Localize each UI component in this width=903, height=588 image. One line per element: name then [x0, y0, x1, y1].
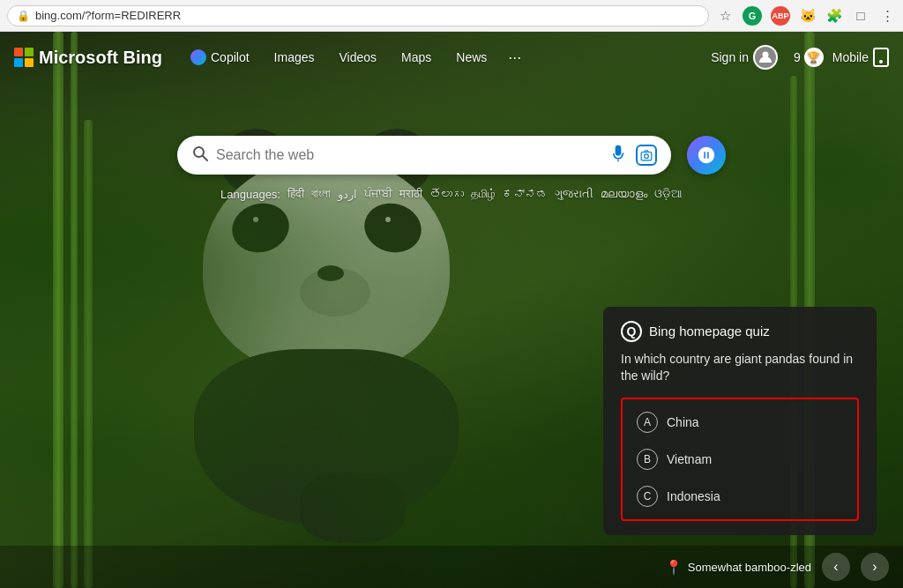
nav-maps[interactable]: Maps: [391, 45, 442, 70]
logo-cell-blue: [14, 58, 23, 67]
logo-cell-red: [14, 48, 23, 56]
quiz-option-c[interactable]: C Indonesia: [630, 480, 850, 512]
trophy-icon: 🏆: [804, 48, 824, 67]
lang-gujarati[interactable]: ગુજરાતી: [555, 187, 593, 201]
microsoft-logo-grid: [14, 48, 34, 67]
adblock-icon[interactable]: ABP: [771, 6, 790, 26]
menu-icon[interactable]: ⋮: [878, 7, 896, 25]
languages-label: Languages:: [220, 188, 280, 201]
option-b-text: Vietnam: [667, 452, 712, 466]
extension-icon-2[interactable]: 🧩: [825, 7, 843, 25]
bing-nav: Copilot Images Videos Maps News ···: [180, 44, 704, 71]
browser-chrome: 🔒 bing.com/?form=REDIRERR ☆ G ABP 🐱 🧩 □ …: [0, 0, 903, 32]
option-c-text: Indonesia: [667, 489, 720, 503]
quiz-question: In which country are giant pandas found …: [621, 351, 859, 385]
grammarly-icon[interactable]: G: [743, 6, 762, 26]
location-text: Somewhat bamboo-zled: [688, 561, 811, 574]
nav-news[interactable]: News: [445, 45, 497, 70]
lang-tamil[interactable]: தமிழ்: [471, 187, 496, 201]
location-badge: 📍 Somewhat bamboo-zled: [665, 559, 811, 576]
languages-bar: Languages: हिंदी বাংলা اردو ਪੰਜਾਬੀ मराठी…: [220, 187, 683, 201]
lang-odia[interactable]: ଓଡ଼ିଆ: [654, 187, 683, 201]
extension-icon-1[interactable]: 🐱: [799, 7, 817, 25]
bookmark-icon[interactable]: ☆: [716, 7, 734, 25]
lang-marathi[interactable]: मराठी: [399, 187, 422, 201]
lang-urdu[interactable]: اردو: [338, 188, 357, 201]
camera-search-icon[interactable]: [636, 145, 657, 166]
nav-copilot[interactable]: Copilot: [180, 44, 260, 71]
option-b-letter: B: [637, 449, 658, 470]
search-section: Languages: हिंदी বাংলা اردو ਪੰਜਾਬੀ मराठी…: [0, 136, 903, 201]
logo-cell-green: [25, 48, 34, 56]
nav-more-button[interactable]: ···: [501, 45, 528, 71]
quiz-panel: Q Bing homepage quiz In which country ar…: [603, 307, 877, 535]
logo-cell-yellow: [25, 58, 34, 67]
lang-malayalam[interactable]: മലയാളം: [601, 187, 647, 201]
user-avatar: [753, 45, 778, 70]
address-bar[interactable]: 🔒 bing.com/?form=REDIRERR: [7, 5, 709, 26]
quiz-option-b[interactable]: B Vietnam: [630, 443, 850, 475]
mobile-phone-icon: [873, 48, 889, 67]
bing-logo[interactable]: Microsoft Bing: [14, 48, 162, 68]
microphone-icon[interactable]: [608, 143, 629, 168]
browser-icons: ☆ G ABP 🐱 🧩 □ ⋮: [716, 6, 896, 26]
lang-bengali[interactable]: বাংলা: [311, 187, 331, 201]
signin-button[interactable]: Sign in: [704, 41, 785, 73]
mobile-button[interactable]: Mobile: [832, 48, 889, 67]
copilot-icon: [190, 49, 206, 65]
url-text: bing.com/?form=REDIRERR: [35, 9, 181, 22]
points-badge[interactable]: 9 🏆: [794, 48, 824, 67]
header-right: Sign in 9 🏆 Mobile: [704, 41, 889, 73]
lang-hindi[interactable]: हिंदी: [287, 187, 304, 201]
copilot-button[interactable]: [687, 136, 726, 175]
bing-header: Microsoft Bing Copilot Images Videos Map…: [0, 32, 903, 83]
quiz-title: Bing homepage quiz: [649, 324, 770, 339]
lock-icon: 🔒: [17, 10, 30, 22]
quiz-header: Q Bing homepage quiz: [621, 321, 859, 342]
quiz-icon: Q: [621, 321, 642, 342]
bing-page: Microsoft Bing Copilot Images Videos Map…: [0, 32, 903, 588]
bing-logo-text: Microsoft Bing: [39, 48, 162, 68]
bottom-bar: 📍 Somewhat bamboo-zled ‹ ›: [0, 546, 903, 588]
prev-arrow-button[interactable]: ‹: [822, 553, 850, 581]
option-a-text: China: [667, 415, 699, 429]
lang-telugu[interactable]: తెలుగు: [429, 188, 464, 201]
option-a-letter: A: [637, 412, 658, 433]
lang-punjabi[interactable]: ਪੰਜਾਬੀ: [364, 187, 392, 201]
nav-images[interactable]: Images: [264, 45, 325, 70]
nav-videos[interactable]: Videos: [329, 45, 388, 70]
bamboo-stalk-2: [71, 32, 78, 588]
svg-rect-2: [641, 153, 652, 160]
quiz-options: A China B Vietnam C Indonesia: [621, 398, 859, 521]
bamboo-stalk-1: [53, 32, 63, 588]
search-input[interactable]: [216, 147, 601, 163]
search-bar[interactable]: [177, 136, 671, 175]
svg-point-3: [645, 154, 649, 159]
option-c-letter: C: [637, 486, 658, 507]
location-pin-icon: 📍: [665, 559, 683, 576]
lang-kannada[interactable]: ಕನ್ನಡ: [503, 188, 548, 201]
reader-view-icon[interactable]: □: [852, 7, 869, 25]
quiz-option-a[interactable]: A China: [630, 406, 850, 438]
search-icon: [191, 145, 209, 167]
next-arrow-button[interactable]: ›: [861, 553, 889, 581]
